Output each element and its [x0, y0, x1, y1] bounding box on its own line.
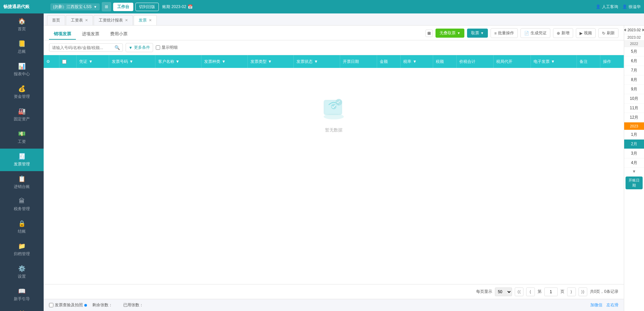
left-right-link[interactable]: 左右滑 — [606, 302, 618, 308]
calendar-icon[interactable]: 📅 — [188, 4, 193, 9]
col-invoice-type[interactable]: 发票种类 ▼ — [201, 55, 248, 68]
last-page-btn[interactable]: ⟩⟩ — [579, 287, 587, 296]
generate-voucher-button[interactable]: 📄 生成凭证 — [520, 28, 550, 38]
month-2023-04[interactable]: 4月 — [624, 158, 644, 168]
user-menu[interactable]: 👤 徐溢华 — [622, 4, 641, 10]
video-button[interactable]: ▶ 视频 — [576, 28, 596, 38]
sidebar-item-tax[interactable]: 🏛 税务管理 — [0, 194, 44, 216]
refresh-button[interactable]: ↻ 刷新 — [598, 28, 618, 38]
col-tax-rate[interactable]: 税率 ▼ — [401, 55, 433, 68]
page-size-select[interactable]: 50 20 100 — [495, 287, 512, 296]
sidebar-item-reports[interactable]: 📊 报表中心 — [0, 59, 44, 81]
sidebar-item-assets[interactable]: 🏭 固定资产 — [0, 104, 44, 126]
support-button[interactable]: 👤 人工客询 — [596, 4, 618, 10]
month-2022-12[interactable]: 12月 — [624, 113, 644, 122]
col-customer[interactable]: 客户名称 ▼ — [155, 55, 201, 68]
open-date-button[interactable]: 开账日期 — [626, 177, 643, 189]
tab-invoice-close[interactable]: ✕ — [149, 18, 152, 23]
add-wechat-link[interactable]: 加微信 — [590, 302, 602, 308]
col-voucher[interactable]: 凭证 ▼ — [77, 55, 109, 68]
col-amount[interactable]: 金额 — [377, 55, 401, 68]
show-detail-checkbox[interactable]: 显示明细 — [156, 45, 178, 50]
workbench-button[interactable]: 工作台 — [113, 3, 133, 11]
col-invoice-type-filter[interactable]: ▼ — [222, 59, 226, 64]
month-2023-01[interactable]: 1月 — [624, 130, 644, 140]
search-icon[interactable]: 🔍 — [114, 45, 120, 50]
col-tax-total[interactable]: 价税合计 — [456, 55, 494, 68]
sidebar-item-salary[interactable]: 💵 工资 — [0, 126, 44, 149]
search-input[interactable] — [52, 45, 112, 50]
month-2022-05[interactable]: 5月 — [624, 47, 644, 56]
tab-home[interactable]: 首页 — [47, 15, 65, 25]
col-invoice-no-filter[interactable]: ▼ — [129, 59, 133, 64]
col-customer-filter[interactable]: ▼ — [176, 59, 180, 64]
show-detail-input[interactable] — [156, 45, 160, 50]
sidebar-item-sales[interactable]: 📋 进销台账 — [0, 171, 44, 194]
col-invoice-category-filter[interactable]: ▼ — [268, 59, 272, 64]
col-e-invoice[interactable]: 电子发票 ▼ — [531, 55, 577, 68]
sidebar-item-member[interactable]: 👑 畅会员 — [0, 306, 44, 311]
tab-salary-table-close[interactable]: ✕ — [85, 18, 88, 23]
sidebar-item-close[interactable]: 🔒 结账 — [0, 216, 44, 238]
col-tax-rate-filter[interactable]: ▼ — [413, 59, 417, 64]
col-open-date[interactable]: 开票日期 — [340, 55, 377, 68]
col-remark[interactable]: 备注 — [577, 55, 600, 68]
col-e-invoice-filter[interactable]: ▼ — [551, 59, 555, 64]
sidebar-item-invoice[interactable]: 🧾 发票管理 — [0, 149, 44, 171]
col-invoice-no[interactable]: 发票号码 ▼ — [109, 55, 155, 68]
company-icon-btn[interactable]: ⊞ — [102, 2, 111, 11]
tab-salary-table[interactable]: 工资表 ✕ — [66, 15, 93, 25]
month-2023-03[interactable]: 3月 — [624, 149, 644, 158]
switch-version-button[interactable]: 切到旧版 — [135, 3, 159, 11]
col-operation[interactable]: 操作 — [600, 55, 624, 68]
col-invoice-category[interactable]: 发票类型 ▼ — [247, 55, 294, 68]
sidebar-item-guide[interactable]: 📖 新手引导 — [0, 283, 44, 306]
cancel-ticket-button[interactable]: 取票 ▼ — [467, 29, 488, 38]
date-prev-btn[interactable]: ◀ — [624, 27, 627, 33]
sub-tab-sales-invoice[interactable]: 销项发票 — [49, 29, 76, 40]
page-label: 第 — [538, 289, 542, 295]
col-tax-amount[interactable]: 税额 — [433, 55, 456, 68]
sidebar-item-home[interactable]: 🏠 首页 — [0, 13, 44, 36]
first-page-btn[interactable]: ⟨⟨ — [515, 287, 523, 296]
sidebar-item-ledger[interactable]: 📒 总账 — [0, 36, 44, 59]
sidebar-item-archive[interactable]: 📁 归档管理 — [0, 238, 44, 261]
month-2022-06[interactable]: 6月 — [624, 56, 644, 66]
month-2022-08[interactable]: 8月 — [624, 75, 644, 85]
period-value: 2023-02 — [172, 4, 186, 9]
select-all-checkbox[interactable] — [62, 60, 66, 64]
month-2022-11[interactable]: 11月 — [624, 104, 644, 113]
grid-view-btn[interactable]: ⊞ — [425, 30, 433, 37]
tab-invoice[interactable]: 发票 ✕ — [134, 15, 157, 25]
month-2023-02[interactable]: 2月 — [624, 140, 644, 149]
tab-salary-stats[interactable]: 工资统计报表 ✕ — [94, 15, 133, 25]
search-box[interactable]: 🔍 — [49, 43, 123, 52]
page-input[interactable] — [544, 287, 558, 296]
verify-checkbox-label[interactable]: 发票查验及拍照 — [49, 302, 87, 308]
sidebar-item-settings[interactable]: ⚙️ 设置 — [0, 261, 44, 283]
new-button[interactable]: ⊕ 新增 — [553, 28, 573, 38]
company-selector[interactable]: (勿删）江西股宝-LSS ▼ — [50, 3, 100, 10]
col-voucher-filter[interactable]: ▼ — [89, 59, 93, 64]
sidebar-item-funds[interactable]: 💰 资金管理 — [0, 81, 44, 104]
col-invoice-status[interactable]: 发票状态 ▼ — [294, 55, 340, 68]
col-invoice-status-filter[interactable]: ▼ — [314, 59, 318, 64]
tab-salary-table-label: 工资表 — [71, 17, 83, 23]
month-2022-09[interactable]: 9月 — [624, 85, 644, 94]
col-settings[interactable]: ⚙ — [44, 55, 59, 68]
more-filter-button[interactable]: ▼ 更多条件 — [126, 43, 153, 52]
next-page-btn[interactable]: ⟩ — [567, 287, 576, 296]
sub-tab-expense-receipt[interactable]: 费用小票 — [105, 29, 132, 40]
prev-page-btn[interactable]: ⟨ — [526, 287, 535, 296]
date-scroll-down[interactable]: ▼ — [624, 168, 644, 175]
col-checkbox[interactable] — [59, 55, 77, 68]
batch-op-button[interactable]: ≡ 批量操作 — [491, 28, 518, 38]
sub-tab-purchase-invoice[interactable]: 进项发票 — [77, 29, 104, 40]
col-tax-office[interactable]: 税局代开 — [494, 55, 531, 68]
no-cancel-ticket-button[interactable]: 无叠取票 ▼ — [435, 29, 464, 38]
date-next-btn[interactable]: ▶ — [641, 27, 644, 33]
month-2022-07[interactable]: 7月 — [624, 66, 644, 75]
tab-salary-stats-close[interactable]: ✕ — [125, 18, 128, 23]
verify-checkbox[interactable] — [49, 303, 53, 307]
month-2022-10[interactable]: 10月 — [624, 94, 644, 104]
